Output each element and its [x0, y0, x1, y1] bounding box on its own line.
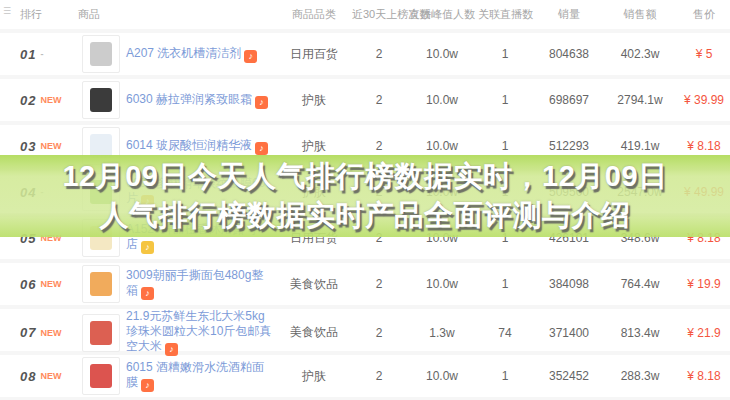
- times-on-list: 2: [352, 139, 406, 153]
- times-on-list: 2: [352, 369, 406, 383]
- rank-change: -: [40, 49, 43, 59]
- live-count: 1: [478, 139, 532, 153]
- live-count: 1: [478, 93, 532, 107]
- rank-change: NEW: [40, 328, 61, 338]
- product-name-link[interactable]: 6030 赫拉弹润紧致眼霜: [126, 92, 252, 106]
- live-count: 1: [478, 47, 532, 61]
- douyin-badge-icon: ♪: [255, 142, 268, 155]
- table-row[interactable]: 02NEW 6030 赫拉弹润紧致眼霜♪ 护肤 2 10.0w 1 698697…: [0, 79, 730, 125]
- sales-revenue: 419.1w: [606, 139, 674, 153]
- product-image[interactable]: [82, 314, 120, 352]
- product-image-blob: [90, 42, 112, 66]
- promo-overlay-banner: 12月09日今天人气排行榜数据实时，12月09日 人气排行榜数据实时产品全面评测…: [0, 155, 730, 237]
- peak-viewers: 10.0w: [406, 93, 478, 107]
- product-image[interactable]: [82, 81, 120, 119]
- product-image-blob: [90, 88, 112, 112]
- product-name-link[interactable]: 6014 玻尿酸恒润精华液: [126, 138, 252, 152]
- overlay-title-line-2: 人气排行榜数据实时产品全面评测与介绍: [100, 196, 631, 235]
- sales-revenue: 2794.1w: [606, 93, 674, 107]
- col-times: 近30天上榜次数: [352, 7, 406, 22]
- product-name-link[interactable]: 21.9元苏鲜生东北大米5kg珍珠米圆粒大米10斤包邮真空大米: [126, 309, 271, 353]
- product-name-link[interactable]: A207 洗衣机槽清洁剂: [126, 46, 241, 60]
- ranking-page: ☰ 排行 商品 商品品类 近30天上榜次数 直播峰值人数 关联直播数 销量 销售…: [0, 0, 730, 400]
- rank-number: 07: [20, 325, 36, 340]
- times-on-list: 2: [352, 326, 406, 340]
- product-image-blob: [90, 272, 112, 296]
- table-header-row: 排行 商品 商品品类 近30天上榜次数 直播峰值人数 关联直播数 销量 销售额 …: [0, 0, 730, 33]
- category: 护肤: [276, 368, 352, 385]
- peak-viewers: 10.0w: [406, 369, 478, 383]
- col-product: 商品: [74, 7, 276, 22]
- sales-volume: 698697: [532, 93, 606, 107]
- product-image-blob: [90, 364, 112, 388]
- price: ¥ 19.9: [674, 277, 730, 291]
- sales-revenue: 288.3w: [606, 369, 674, 383]
- times-on-list: 2: [352, 277, 406, 291]
- rank-number: 01: [20, 47, 36, 62]
- rank-change: NEW: [40, 371, 61, 381]
- col-rank: 排行: [14, 7, 74, 22]
- col-category: 商品品类: [276, 7, 352, 22]
- price: ¥ 8.18: [674, 369, 730, 383]
- douyin-badge-icon: ♪: [141, 287, 154, 300]
- price: ¥ 8.18: [674, 139, 730, 153]
- overlay-title-line-1: 12月09日今天人气排行榜数据实时，12月09日: [62, 157, 667, 196]
- col-price: 售价: [674, 7, 730, 22]
- table-row[interactable]: 08NEW 6015 酒糟嫩滑水洗酒粕面膜♪ 护肤 2 10.0w 1 3524…: [0, 355, 730, 400]
- sales-revenue: 813.4w: [606, 326, 674, 340]
- price: ¥ 21.9: [674, 326, 730, 340]
- product-image[interactable]: [82, 357, 120, 395]
- live-count: 1: [478, 277, 532, 291]
- sales-volume: 384098: [532, 277, 606, 291]
- table-row[interactable]: 07NEW 21.9元苏鲜生东北大米5kg珍珠米圆粒大米10斤包邮真空大米♪ 美…: [0, 309, 730, 355]
- live-count: 1: [478, 369, 532, 383]
- category: 美食饮品: [276, 324, 352, 341]
- category: 护肤: [276, 138, 352, 155]
- peak-viewers: 10.0w: [406, 277, 478, 291]
- times-on-list: 2: [352, 93, 406, 107]
- douyin-badge-icon: ♪: [141, 379, 154, 392]
- sales-volume: 371400: [532, 326, 606, 340]
- product-image-blob: [90, 321, 112, 345]
- rank-change: NEW: [40, 141, 61, 151]
- rank-number: 02: [20, 93, 36, 108]
- category: 美食饮品: [276, 276, 352, 293]
- category: 日用百货: [276, 46, 352, 63]
- sales-revenue: 764.4w: [606, 277, 674, 291]
- sales-volume: 352452: [532, 369, 606, 383]
- douyin-badge-icon: ♪: [244, 50, 257, 63]
- times-on-list: 2: [352, 47, 406, 61]
- product-image[interactable]: [82, 35, 120, 73]
- rank-number: 06: [20, 277, 36, 292]
- rank-change: NEW: [40, 95, 61, 105]
- sales-volume: 512293: [532, 139, 606, 153]
- sales-revenue: 402.3w: [606, 47, 674, 61]
- douyin-badge-icon: ♪: [255, 96, 268, 109]
- price: ¥ 5: [674, 47, 730, 61]
- live-count: 74: [478, 326, 532, 340]
- rank-number: 08: [20, 369, 36, 384]
- price: ¥ 39.99: [674, 93, 730, 107]
- table-row[interactable]: 01- A207 洗衣机槽清洁剂♪ 日用百货 2 10.0w 1 804638 …: [0, 33, 730, 79]
- rank-change: NEW: [40, 279, 61, 289]
- rank-number: 03: [20, 139, 36, 154]
- category: 护肤: [276, 92, 352, 109]
- sales-volume: 804638: [532, 47, 606, 61]
- peak-viewers: 10.0w: [406, 47, 478, 61]
- col-peak: 直播峰值人数: [406, 7, 478, 22]
- peak-viewers: 10.0w: [406, 139, 478, 153]
- product-image[interactable]: [82, 265, 120, 303]
- peak-viewers: 1.3w: [406, 326, 478, 340]
- col-revenue: 销售额: [606, 7, 674, 22]
- douyin-badge-icon: ♪: [141, 241, 154, 254]
- douyin-badge-icon: ♪: [165, 343, 178, 356]
- table-row[interactable]: 06NEW 3009朝丽手撕面包480g整箱♪ 美食饮品 2 10.0w 1 3…: [0, 263, 730, 309]
- col-sales: 销量: [532, 7, 606, 22]
- col-live: 关联直播数: [478, 7, 532, 22]
